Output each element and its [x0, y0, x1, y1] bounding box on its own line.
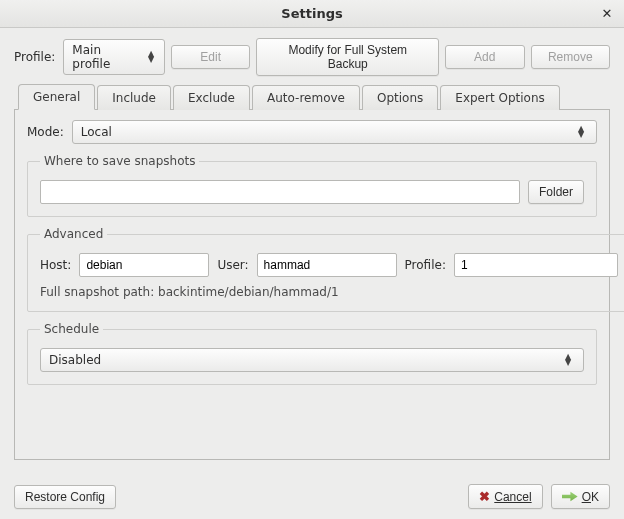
- schedule-select-value: Disabled: [49, 353, 101, 367]
- tab-options[interactable]: Options: [362, 85, 438, 110]
- schedule-legend: Schedule: [40, 322, 103, 336]
- tab-general[interactable]: General: [18, 84, 95, 110]
- tab-bar: General Include Exclude Auto-remove Opti…: [14, 84, 610, 110]
- profile-label: Profile:: [14, 50, 55, 64]
- mode-label: Mode:: [27, 125, 64, 139]
- ok-button[interactable]: OK: [551, 484, 610, 509]
- restore-config-button[interactable]: Restore Config: [14, 485, 116, 509]
- user-label: User:: [217, 258, 248, 272]
- cancel-icon: ✖: [479, 489, 490, 504]
- advanced-legend: Advanced: [40, 227, 107, 241]
- profile-row: Profile: Main profile ▲▼ Edit Modify for…: [14, 38, 610, 76]
- schedule-group: Schedule Disabled ▲▼: [27, 322, 597, 385]
- schedule-select[interactable]: Disabled ▲▼: [40, 348, 584, 372]
- modify-full-backup-button[interactable]: Modify for Full System Backup: [256, 38, 439, 76]
- profile-num-label: Profile:: [405, 258, 446, 272]
- full-path-label: Full snapshot path:: [40, 285, 158, 299]
- full-snapshot-path: Full snapshot path: backintime/debian/ha…: [40, 285, 618, 299]
- profile-num-input[interactable]: [454, 253, 618, 277]
- host-input[interactable]: [79, 253, 209, 277]
- ok-label: OK: [582, 490, 599, 504]
- cancel-label: Cancel: [494, 490, 531, 504]
- user-input[interactable]: [257, 253, 397, 277]
- updown-icon: ▲▼: [565, 354, 575, 366]
- close-icon[interactable]: ✕: [598, 4, 616, 22]
- tab-include[interactable]: Include: [97, 85, 171, 110]
- save-snapshots-group: Where to save snapshots Folder: [27, 154, 597, 217]
- ok-arrow-icon: [562, 491, 578, 503]
- mode-select[interactable]: Local ▲▼: [72, 120, 597, 144]
- tab-exclude[interactable]: Exclude: [173, 85, 250, 110]
- advanced-group: Advanced Host: User: Profile: Full snaps…: [27, 227, 624, 312]
- updown-icon: ▲▼: [578, 126, 588, 138]
- folder-button[interactable]: Folder: [528, 180, 584, 204]
- titlebar: Settings ✕: [0, 0, 624, 28]
- mode-select-value: Local: [81, 125, 112, 139]
- general-panel: Mode: Local ▲▼ Where to save snapshots F…: [14, 110, 610, 460]
- window-title: Settings: [281, 6, 342, 21]
- tab-expert-options[interactable]: Expert Options: [440, 85, 559, 110]
- cancel-button[interactable]: ✖ Cancel: [468, 484, 542, 509]
- save-snapshots-legend: Where to save snapshots: [40, 154, 199, 168]
- tab-autoremove[interactable]: Auto-remove: [252, 85, 360, 110]
- bottom-bar: Restore Config ✖ Cancel OK: [14, 484, 610, 509]
- profile-select-value: Main profile: [72, 43, 142, 71]
- host-label: Host:: [40, 258, 71, 272]
- mode-row: Mode: Local ▲▼: [27, 120, 597, 144]
- content-area: Profile: Main profile ▲▼ Edit Modify for…: [0, 28, 624, 470]
- profile-select[interactable]: Main profile ▲▼: [63, 39, 165, 75]
- full-path-value: backintime/debian/hammad/1: [158, 285, 339, 299]
- remove-button[interactable]: Remove: [531, 45, 610, 69]
- snapshot-path-input[interactable]: [40, 180, 520, 204]
- edit-button[interactable]: Edit: [171, 45, 250, 69]
- updown-icon: ▲▼: [148, 51, 158, 63]
- add-button[interactable]: Add: [445, 45, 524, 69]
